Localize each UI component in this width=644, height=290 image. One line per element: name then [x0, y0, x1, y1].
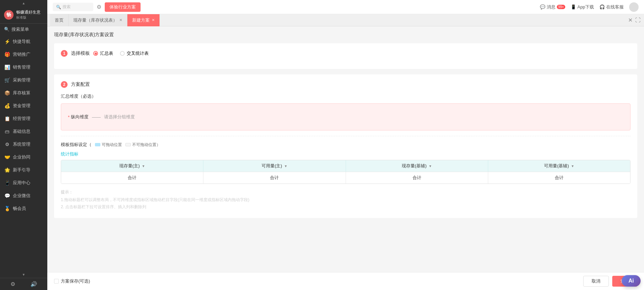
save-checkbox[interactable]: 方案保存(可选): [54, 278, 90, 284]
step2-badge: 2: [61, 81, 68, 88]
draggable-legend-box: [95, 143, 100, 146]
sidebar-scroll-down[interactable]: ▼: [0, 271, 47, 278]
ai-float-button[interactable]: Ai: [622, 275, 641, 287]
sidebar-item-marketing[interactable]: 🎁 营销推广: [0, 48, 47, 61]
wechat-icon: 💬: [4, 193, 10, 199]
settings-button[interactable]: ⚙: [10, 281, 15, 287]
not-draggable-legend-box: [125, 143, 131, 146]
sidebar-search[interactable]: 🔍 搜索菜单: [0, 24, 47, 35]
message-button[interactable]: 💬 消息 99+: [540, 4, 565, 10]
topbar-search-icon: 🔍: [56, 5, 61, 9]
step2-header: 2 方案配置: [61, 81, 630, 88]
topbar-right: 💬 消息 99+ 📱 App下载 🎧 在线客服: [540, 2, 639, 12]
step1-badge: 1: [61, 50, 68, 57]
stats-data-row: 合计 合计 合计 合计: [61, 172, 630, 184]
vertical-dim-label: 纵向维度: [71, 114, 89, 120]
tips-title: 提示：: [61, 189, 630, 195]
stats-section: 统计指标 现存量(主) ▼ 可用量(主) ▼: [61, 151, 630, 184]
step2-card: 2 方案配置 汇总维度（必选） * 纵向维度 —— 请选择分组维度 模板指标设定…: [54, 74, 637, 218]
avatar[interactable]: [629, 2, 639, 12]
required-mark: *: [68, 115, 70, 120]
topbar-search[interactable]: 🔍 搜索: [53, 3, 93, 11]
finance-icon: 💰: [4, 103, 10, 109]
tab-inventory-status[interactable]: 现存量（库存状况表） ✕: [69, 14, 127, 26]
sidebar-item-quick-nav[interactable]: ⚡ 快捷导航: [0, 35, 47, 48]
sidebar-nav: ⚡ 快捷导航 🎁 营销推广 📊 销售管理 🛒 采购管理 📦 库存核算 💰 资金管…: [0, 35, 47, 271]
marketing-icon: 🎁: [4, 51, 10, 57]
member-icon: 🏅: [4, 206, 10, 212]
divider: [61, 136, 630, 136]
chevron-col1-icon: ▼: [142, 164, 145, 168]
content-area: 现存量(库存状况表)方案设置 1 选择模板 汇总表 交叉统计表: [47, 26, 644, 272]
stats-col1-header[interactable]: 现存量(主) ▼: [61, 160, 203, 172]
sidebar-item-base[interactable]: 🗃 基础信息: [0, 125, 47, 138]
stats-col3-data: 合计: [346, 172, 488, 184]
tab-expand-icon[interactable]: ⛶: [635, 17, 641, 23]
stats-header-row: 现存量(主) ▼ 可用量(主) ▼ 现存量(基辅) ▼: [61, 160, 630, 172]
sidebar-item-newbie[interactable]: 🌟 新手引导: [0, 164, 47, 176]
app-download-button[interactable]: 📱 App下载: [571, 4, 594, 10]
sidebar-item-wechat[interactable]: 💬 企业微信: [0, 189, 47, 202]
footer-bar: 方案保存(可选) 取消 查询: [47, 272, 644, 290]
sidebar-item-finance[interactable]: 💰 资金管理: [0, 99, 47, 112]
sidebar-logo: 畅 畅赚通好生意 标准版: [0, 6, 47, 24]
chevron-col3-icon: ▼: [429, 164, 432, 168]
radio-summary[interactable]: [93, 51, 98, 56]
step2-title: 方案配置: [71, 81, 90, 88]
dimension-area[interactable]: * 纵向维度 —— 请选择分组维度: [61, 103, 630, 130]
sidebar-item-purchase[interactable]: 🛒 采购管理: [0, 74, 47, 87]
online-service-button[interactable]: 🎧 在线客服: [599, 4, 624, 10]
search-icon: 🔍: [4, 27, 9, 32]
gear-icon[interactable]: ⚙: [97, 4, 101, 10]
topbar: 🔍 搜索 ⚙ 体验行业方案 💬 消息 99+ 📱 App下载 🎧 在线客服: [47, 0, 644, 14]
sidebar-item-operations[interactable]: 📋 经营管理: [0, 112, 47, 125]
purchase-icon: 🛒: [4, 77, 10, 83]
sidebar-item-system[interactable]: ⚙ 系统管理: [0, 138, 47, 151]
tabs-bar: 首页 现存量（库存状况表） ✕ 新建方案 ✕ ✕ ⛶: [47, 14, 644, 26]
page-title: 现存量(库存状况表)方案设置: [54, 32, 637, 38]
stats-col2-data: 合计: [203, 172, 346, 184]
template-options: 汇总表 交叉统计表: [93, 50, 149, 56]
stats-col2-header[interactable]: 可用量(主) ▼: [203, 160, 346, 172]
chevron-col2-icon: ▼: [284, 164, 288, 168]
tab-inventory-close-icon[interactable]: ✕: [119, 18, 122, 22]
sidebar-item-app-center[interactable]: 📱 应用中心: [0, 176, 47, 189]
stats-col4-header[interactable]: 可用量(基辅) ▼: [488, 160, 630, 172]
tab-new-plan[interactable]: 新建方案 ✕: [127, 14, 160, 26]
tip-item-2: 2. 点击标题栏下拉可设置排序、插入列和删除列: [61, 204, 630, 210]
tabs-right-icons: ✕ ⛶: [628, 17, 644, 23]
sidebar-item-member[interactable]: 🏅 畅会员: [0, 202, 47, 215]
sidebar-scroll-up[interactable]: ▲: [0, 0, 47, 6]
indicator-settings: 模板指标设定（ 可拖动位置 不可拖动位置） 统计指标: [61, 142, 630, 184]
operations-icon: 📋: [4, 116, 10, 122]
option-summary[interactable]: 汇总表: [93, 50, 113, 56]
sidebar-item-inventory[interactable]: 📦 库存核算: [0, 87, 47, 99]
inventory-icon: 📦: [4, 90, 10, 96]
stats-label: 统计指标: [61, 151, 630, 157]
sidebar-item-enterprise[interactable]: 🤝 企业协同: [0, 151, 47, 164]
cancel-button[interactable]: 取消: [583, 276, 609, 287]
sales-icon: 📊: [4, 64, 10, 70]
audio-button[interactable]: 🔊: [30, 281, 37, 287]
trial-button[interactable]: 体验行业方案: [105, 2, 141, 12]
tab-new-close-icon[interactable]: ✕: [152, 18, 155, 22]
step1-card: 1 选择模板 汇总表 交叉统计表: [54, 43, 637, 69]
download-icon: 📱: [571, 4, 576, 9]
tab-collapse-icon[interactable]: ✕: [628, 17, 633, 23]
radio-cross[interactable]: [120, 51, 125, 56]
stats-table: 现存量(主) ▼ 可用量(主) ▼ 现存量(基辅) ▼: [61, 160, 630, 184]
system-icon: ⚙: [4, 141, 10, 147]
logo-icon: 畅: [4, 10, 14, 20]
legend-draggable: 可拖动位置: [95, 142, 122, 148]
tab-home[interactable]: 首页: [50, 14, 69, 26]
tips-section: 提示： 1.拖动标题栏可以调整布局，不可跨维度或指标区域拖动栏目字段(只能在同一…: [61, 189, 630, 210]
stats-col4-data: 合计: [488, 172, 630, 184]
sidebar-item-sales[interactable]: 📊 销售管理: [0, 61, 47, 74]
dimension-placeholder: 请选择分组维度: [104, 114, 135, 120]
sidebar-bottom: ⚙ 🔊: [0, 278, 47, 290]
base-icon: 🗃: [4, 128, 10, 135]
option-cross[interactable]: 交叉统计表: [120, 50, 149, 56]
main-area: 🔍 搜索 ⚙ 体验行业方案 💬 消息 99+ 📱 App下载 🎧 在线客服 首页: [47, 0, 644, 290]
checkbox-box[interactable]: [54, 279, 59, 284]
stats-col3-header[interactable]: 现存量(基辅) ▼: [346, 160, 488, 172]
